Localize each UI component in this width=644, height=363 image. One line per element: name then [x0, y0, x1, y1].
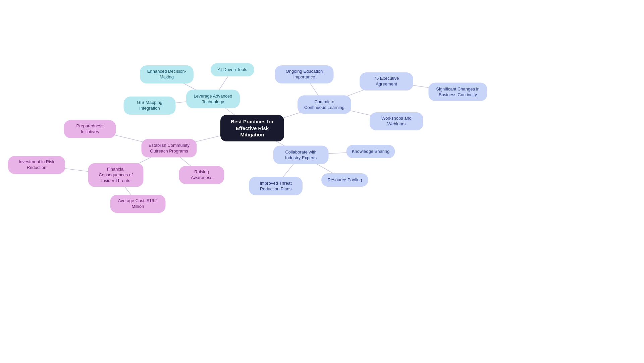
node-gis-mapping[interactable]: GIS Mapping Integration: [124, 97, 176, 115]
node-investment-risk[interactable]: Investment in Risk Reduction: [8, 156, 65, 174]
node-improved-threat[interactable]: Improved Threat Reduction Plans: [249, 177, 303, 195]
node-resource-pooling[interactable]: Resource Pooling: [321, 173, 368, 187]
node-ai-tools[interactable]: AI-Driven Tools: [211, 63, 254, 76]
node-knowledge-sharing[interactable]: Knowledge Sharing: [346, 145, 395, 158]
node-leverage-tech[interactable]: Leverage Advanced Technology: [186, 90, 240, 108]
node-collaborate-experts[interactable]: Collaborate with Industry Experts: [273, 146, 329, 164]
node-average-cost[interactable]: Average Cost: $16.2 Million: [110, 195, 166, 213]
node-financial-consequences[interactable]: Financial Consequences of Insider Threat…: [88, 163, 144, 187]
node-ongoing-education[interactable]: Ongoing Education Importance: [275, 65, 334, 83]
node-75-executive[interactable]: 75 Executive Agreement: [360, 72, 413, 90]
mindmap-container: Best Practices for Effective Risk Mitiga…: [0, 0, 644, 363]
node-workshops[interactable]: Workshops and Webinars: [370, 112, 423, 130]
node-preparedness[interactable]: Preparedness Initiatives: [64, 120, 116, 138]
node-commit-learning[interactable]: Commit to Continuous Learning: [298, 96, 351, 114]
node-significant-changes[interactable]: Significant Changes in Business Continui…: [429, 83, 487, 101]
node-establish-community[interactable]: Establish Community Outreach Programs: [142, 139, 197, 158]
node-center[interactable]: Best Practices for Effective Risk Mitiga…: [220, 115, 284, 141]
node-enhanced-decision[interactable]: Enhanced Decision-Making: [140, 65, 194, 83]
node-raising-awareness[interactable]: Raising Awareness: [179, 166, 224, 184]
